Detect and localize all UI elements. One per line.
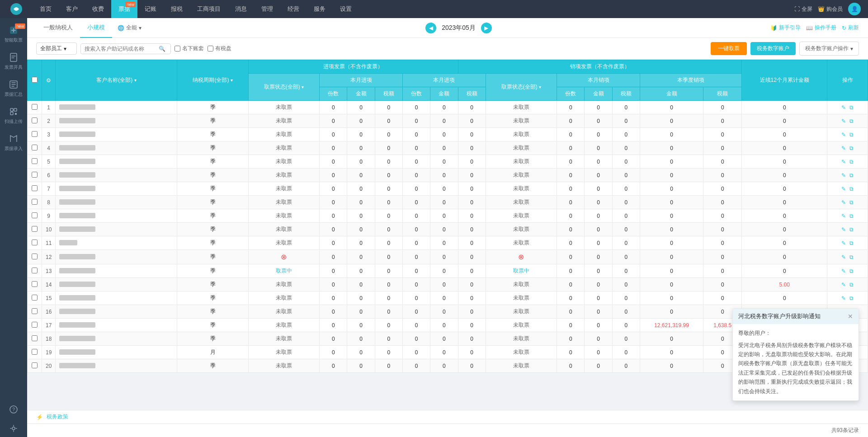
select-all-checkbox[interactable]	[32, 77, 38, 83]
row-checkbox[interactable]	[32, 212, 38, 218]
nav-message[interactable]: 消息	[228, 0, 254, 18]
row-checkbox-cell[interactable]	[28, 196, 42, 209]
sidebar-item-help[interactable]: ?	[0, 401, 27, 418]
row-checkbox-cell[interactable]	[28, 236, 42, 250]
sidebar-item-summary[interactable]: 票据汇总	[0, 76, 27, 101]
tab-all-capable[interactable]: 🌐 全能 ▾	[112, 24, 147, 32]
row-checkbox-cell[interactable]	[28, 359, 42, 373]
copy-button[interactable]: ⧉	[849, 295, 854, 301]
nav-tax[interactable]: 报税	[164, 0, 190, 18]
edit-button[interactable]: ✎	[841, 104, 846, 111]
row-checkbox[interactable]	[32, 349, 38, 355]
row-checkbox[interactable]	[32, 131, 38, 137]
row-checkbox[interactable]	[32, 104, 38, 110]
edit-button[interactable]: ✎	[841, 199, 846, 206]
edit-button[interactable]: ✎	[841, 145, 846, 151]
col-out-status-filter[interactable]: 取票状态(全部) ▾	[501, 83, 541, 91]
copy-button[interactable]: ⧉	[849, 159, 854, 165]
col-period-filter[interactable]: 纳税周期(全部) ▾	[193, 76, 232, 84]
copy-button[interactable]: ⧉	[849, 145, 854, 151]
edit-button[interactable]: ✎	[841, 172, 846, 179]
edit-button[interactable]: ✎	[841, 282, 846, 288]
copy-button[interactable]: ⧉	[849, 104, 854, 111]
taxdisk-checkbox[interactable]	[208, 46, 213, 52]
row-checkbox-cell[interactable]	[28, 101, 42, 114]
nav-business[interactable]: 工商项目	[190, 0, 228, 18]
prev-month-button[interactable]: ◀	[425, 23, 436, 33]
refresh-button[interactable]: ↻ 刷新	[842, 24, 859, 32]
settings-col-icon[interactable]: ⚙	[46, 77, 51, 84]
row-checkbox-cell[interactable]	[28, 169, 42, 182]
row-checkbox[interactable]	[32, 308, 38, 314]
copy-button[interactable]: ⧉	[849, 213, 854, 219]
edit-button[interactable]: ✎	[841, 295, 846, 301]
row-checkbox-cell[interactable]	[28, 291, 42, 305]
row-checkbox[interactable]	[32, 362, 38, 368]
row-checkbox-cell[interactable]	[28, 319, 42, 332]
next-month-button[interactable]: ▶	[481, 23, 492, 33]
row-checkbox-cell[interactable]	[28, 114, 42, 128]
checkbox-subaccount[interactable]: 名下账套	[175, 45, 204, 52]
nav-home[interactable]: 首页	[33, 0, 59, 18]
notice-close-button[interactable]: ✕	[848, 313, 853, 320]
edit-button[interactable]: ✎	[841, 159, 846, 165]
row-checkbox[interactable]	[32, 240, 38, 245]
row-checkbox[interactable]	[32, 185, 38, 191]
tax-digital-account-ops-button[interactable]: 税务数字账户操作 ▾	[799, 42, 859, 56]
copy-button[interactable]: ⧉	[849, 199, 854, 206]
row-checkbox[interactable]	[32, 226, 38, 232]
row-checkbox-cell[interactable]	[28, 182, 42, 196]
row-checkbox[interactable]	[32, 172, 38, 178]
row-checkbox[interactable]	[32, 322, 38, 328]
copy-button[interactable]: ⧉	[849, 226, 854, 233]
nav-operation[interactable]: 经营	[280, 0, 307, 18]
row-checkbox[interactable]	[32, 335, 38, 341]
row-checkbox-cell[interactable]	[28, 209, 42, 223]
row-checkbox-cell[interactable]	[28, 264, 42, 278]
row-checkbox-cell[interactable]	[28, 346, 42, 359]
row-checkbox-cell[interactable]	[28, 332, 42, 346]
copy-button[interactable]: ⧉	[849, 186, 854, 192]
copy-button[interactable]: ⧉	[849, 254, 854, 260]
edit-button[interactable]: ✎	[841, 118, 846, 124]
copy-button[interactable]: ⧉	[849, 268, 854, 274]
one-click-invoice-button[interactable]: 一键取票	[711, 42, 747, 55]
row-checkbox-cell[interactable]	[28, 250, 42, 264]
row-checkbox[interactable]	[32, 145, 38, 150]
nav-manage[interactable]: 管理	[254, 0, 280, 18]
nav-fee[interactable]: 收费	[85, 0, 111, 18]
member-button[interactable]: 👑 购会员	[818, 5, 843, 13]
col-name-filter[interactable]: 客户名称(全部) ▾	[96, 76, 136, 84]
tab-general-taxpayer[interactable]: 一般纳税人	[36, 18, 80, 38]
employee-select[interactable]: 全部员工 ▾	[36, 42, 77, 55]
row-checkbox-cell[interactable]	[28, 128, 42, 141]
row-checkbox[interactable]	[32, 158, 38, 164]
tab-small-scale[interactable]: 小规模	[80, 18, 112, 38]
sidebar-item-invoice-open[interactable]: 发票开具	[0, 49, 27, 74]
copy-button[interactable]: ⧉	[849, 240, 854, 246]
nav-invoice[interactable]: 票据 new	[111, 0, 137, 18]
row-checkbox-cell[interactable]	[28, 305, 42, 319]
edit-button[interactable]: ✎	[841, 186, 846, 192]
row-checkbox[interactable]	[32, 281, 38, 287]
nav-client[interactable]: 客户	[59, 0, 85, 18]
row-checkbox[interactable]	[32, 117, 38, 123]
tax-digital-account-button[interactable]: 税务数字账户	[750, 42, 796, 55]
row-checkbox[interactable]	[32, 295, 38, 301]
edit-button[interactable]: ✎	[841, 226, 846, 233]
edit-button[interactable]: ✎	[841, 240, 846, 246]
row-checkbox[interactable]	[32, 199, 38, 205]
row-checkbox[interactable]	[32, 254, 38, 259]
subaccount-checkbox[interactable]	[175, 46, 180, 52]
guide-button[interactable]: 🔰 新手引导	[770, 24, 801, 32]
edit-button[interactable]: ✎	[841, 268, 846, 274]
sidebar-item-smart[interactable]: new 智能取票	[0, 22, 27, 47]
row-checkbox-cell[interactable]	[28, 223, 42, 236]
col-in-status-filter[interactable]: 取票状态(全部) ▾	[264, 83, 304, 91]
fullscreen-button[interactable]: ⛶ 全屏	[794, 5, 812, 13]
avatar[interactable]: 👤	[848, 3, 861, 15]
tax-policy-label[interactable]: 税务政策	[47, 413, 68, 421]
edit-button[interactable]: ✎	[841, 132, 846, 138]
checkbox-taxdisk[interactable]: 有税盘	[208, 45, 231, 52]
copy-button[interactable]: ⧉	[849, 172, 854, 179]
